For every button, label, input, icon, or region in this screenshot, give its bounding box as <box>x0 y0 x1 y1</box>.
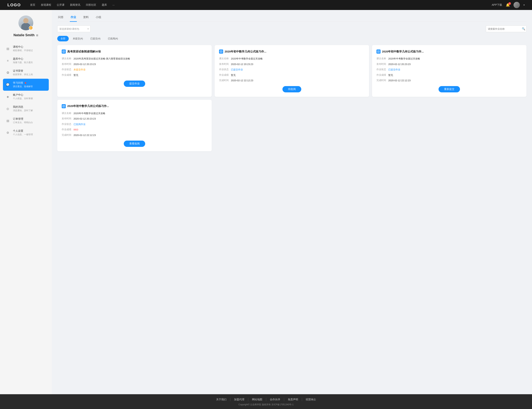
card-value-complete-hw4: 2020-02-12 22:12:23 <box>73 133 207 137</box>
card-label-publish-hw2: 发布时间 <box>219 62 231 66</box>
filter-tabs: 全部 未提交(4) 已提交(4) 已批阅(4) <box>57 36 526 41</box>
assignment-grid: 高考英语试卷阅读理解30张 课次名称 2020年高考英语全面过关攻略-第六期零基… <box>57 45 526 151</box>
card-label-publish-hw3: 发布时间 <box>376 62 388 66</box>
sidebar-item-account-center[interactable]: ◈ 账户中心 个人权益、实时掌握 <box>0 91 52 103</box>
sidebar-item-order-manage[interactable]: ▤ 订单管理 订单支出、明明白白 <box>0 115 52 127</box>
question-bank-subtitle: 海量习题、助力通关 <box>13 61 33 64</box>
sidebar-item-my-messages[interactable]: ◎ 我的消息 消息通知、及时了解 <box>0 103 52 115</box>
tab-materials[interactable]: 资料 <box>83 14 89 22</box>
sidebar: ★ Natalie Smith ⊞ ▤ 课程中心 精彩课程、不容错过 ≡ 题库中… <box>0 10 52 394</box>
nav-news[interactable]: 新闻资讯 <box>70 3 80 7</box>
footer-link-franchise[interactable]: 加盟代理 <box>230 398 248 401</box>
certificate-subtitle: 收获荣誉、持证上岗 <box>13 73 33 76</box>
order-manage-subtitle: 订单支出、明明白白 <box>13 121 33 124</box>
card-header-hw2: 2020年初中数学几何公式练习作... <box>219 49 365 54</box>
assignment-card-hw4: 2020年初中数学几何公式练习作... 课次名称 2020年中考数学全面过关攻略… <box>57 100 212 151</box>
nav-discover[interactable]: 发现课程 <box>41 3 51 7</box>
card-label-score-hw2: 作业成绩 <box>219 73 231 77</box>
course-center-subtitle: 精彩课程、不容错过 <box>13 49 33 52</box>
app-download[interactable]: APP下载 <box>492 3 502 7</box>
my-messages-text: 我的消息 消息通知、及时了解 <box>13 105 33 112</box>
header: LOGO 首页 发现课程 公开课 新闻资讯 问答社区 题库 ··· APP下载 … <box>0 0 532 10</box>
card-row-course-hw4: 课次名称 2020年中考数学全面过关攻略 <box>62 112 207 115</box>
bell-badge: 1 <box>508 2 511 5</box>
card-label-score-hw3: 作业成绩 <box>376 73 388 77</box>
course-center-icon: ▤ <box>5 46 10 51</box>
my-messages-subtitle: 消息通知、及时了解 <box>13 109 33 112</box>
filter-reviewed[interactable]: 已批阅(4) <box>105 36 121 41</box>
certificate-icon: ✪ <box>5 70 10 75</box>
search-button[interactable]: 🔍 <box>521 26 526 32</box>
pending-review-button-hw2[interactable]: 待批阅 <box>283 86 301 92</box>
qa-dot <box>25 82 26 84</box>
settings-text: 个人设置 个人信息、一键管理 <box>13 129 33 136</box>
sidebar-item-question-bank[interactable]: ≡ 题库中心 海量习题、助力通关 <box>0 55 52 67</box>
card-row-status-hw2: 作业状态 已提交作业 <box>219 68 365 72</box>
footer-link-recruit[interactable]: 招贤纳士 <box>302 398 320 401</box>
card-label-publish-hw4: 发布时间 <box>62 117 73 120</box>
sidebar-item-certificate[interactable]: ✪ 证书荣誉 收获荣誉、持证上岗 <box>0 67 52 79</box>
assignment-card-hw1: 高考英语试卷阅读理解30张 课次名称 2020年高考英语全面过关攻略-第六期零基… <box>57 45 212 97</box>
account-center-icon: ◈ <box>5 94 10 99</box>
vip-icon: ★ <box>30 27 32 29</box>
learning-qa-subtitle: 课后重温、疑难解答 <box>13 85 33 88</box>
sidebar-item-learning-qa[interactable]: 💬 学习问答 课后重温、疑难解答 <box>3 79 49 91</box>
course-select[interactable]: 请选择课程/课程包 <box>57 26 91 32</box>
card-value-course-hw2: 2020年中考数学全面过关攻略 <box>231 57 365 61</box>
question-bank-title: 题库中心 <box>13 57 33 61</box>
card-row-score-hw3: 作业成绩 暂无 <box>376 73 522 77</box>
filter-all[interactable]: 全部 <box>57 36 69 41</box>
toolbar-left: 请选择课程/课程包 ▾ <box>57 26 91 32</box>
learning-qa-icon: 💬 <box>5 82 10 87</box>
qr-icon[interactable]: ⊞ <box>36 34 38 37</box>
nav-home[interactable]: 首页 <box>30 3 35 7</box>
card-row-course-hw2: 课次名称 2020年中考数学全面过关攻略 <box>219 57 365 61</box>
card-row-complete-hw2: 完成时间 2020-02-12 22:12:23 <box>219 79 365 82</box>
avatar[interactable] <box>514 2 520 8</box>
order-manage-title: 订单管理 <box>13 117 33 121</box>
footer-link-disclaimer[interactable]: 免责声明 <box>284 398 302 401</box>
card-label-course-hw1: 课次名称 <box>62 57 73 60</box>
card-row-complete-hw4: 完成时间 2020-02-12 22:12:23 <box>62 133 207 137</box>
nav-more[interactable]: ··· <box>112 3 115 7</box>
card-value-score-hw1: 暂无 <box>73 73 207 77</box>
card-value-publish-hw4: 2020-02-12 20:23:23 <box>73 117 207 121</box>
card-value-publish-hw3: 2020-02-12 20:23:23 <box>388 62 522 66</box>
footer-link-partner[interactable]: 合作伙伴 <box>266 398 284 401</box>
card-value-course-hw3: 2020年中考数学全面过关攻略 <box>388 57 522 61</box>
sidebar-item-course-center[interactable]: ▤ 课程中心 精彩课程、不容错过 <box>0 43 52 55</box>
avatar-chevron-icon[interactable]: ▾ <box>523 4 525 6</box>
tab-homework[interactable]: 作业 <box>70 14 77 22</box>
resubmit-button-hw3[interactable]: 重新提交 <box>439 86 460 92</box>
content-tabs: 问答 作业 资料 小组 <box>57 14 526 22</box>
card-value-score-hw2: 暂无 <box>231 73 365 77</box>
card-row-course-hw3: 课次名称 2020年中考数学全面过关攻略 <box>376 57 522 61</box>
tab-qa[interactable]: 问答 <box>57 14 64 22</box>
filter-submitted[interactable]: 已提交(4) <box>87 36 104 41</box>
tab-group[interactable]: 小组 <box>95 14 102 22</box>
card-row-score-hw1: 作业成绩 暂无 <box>62 73 207 77</box>
learning-qa-title: 学习问答 <box>13 81 33 85</box>
submit-homework-button-hw1[interactable]: 提交作业 <box>124 81 145 87</box>
filter-unsubmitted[interactable]: 未提交(4) <box>69 36 86 41</box>
nav-bank[interactable]: 题库 <box>102 3 107 7</box>
learning-qa-text: 学习问答 课后重温、疑难解答 <box>13 81 33 88</box>
card-label-score-hw4: 作业成绩 <box>62 128 73 131</box>
sidebar-item-settings[interactable]: ⚙ 个人设置 个人信息、一键管理 <box>0 127 52 139</box>
nav-open[interactable]: 公开课 <box>57 3 64 7</box>
nav-qa[interactable]: 问答社区 <box>86 3 96 7</box>
notification-bell[interactable]: 🔔 1 <box>506 3 510 7</box>
username-text: Natalie Smith <box>13 33 35 37</box>
card-header-hw1: 高考英语试卷阅读理解30张 <box>62 49 207 54</box>
settings-icon: ⚙ <box>5 130 10 135</box>
card-label-complete-hw3: 完成时间 <box>376 79 388 82</box>
sidebar-menu: ▤ 课程中心 精彩课程、不容错过 ≡ 题库中心 海量习题、助力通关 ✪ 证书荣誉… <box>0 43 52 139</box>
footer-link-about[interactable]: 关于我们 <box>212 398 230 401</box>
search-input[interactable] <box>486 28 521 30</box>
footer-link-sitemap[interactable]: 网站地图 <box>248 398 266 401</box>
card-value-publish-hw2: 2020-02-12 20:23:23 <box>231 62 365 66</box>
card-value-score-hw3: 暂无 <box>388 73 522 77</box>
view-review-button-hw4[interactable]: 查看批阅 <box>124 140 145 147</box>
card-label-status-hw3: 作业状态 <box>376 68 388 71</box>
card-value-status-hw2: 已提交作业 <box>231 68 365 72</box>
